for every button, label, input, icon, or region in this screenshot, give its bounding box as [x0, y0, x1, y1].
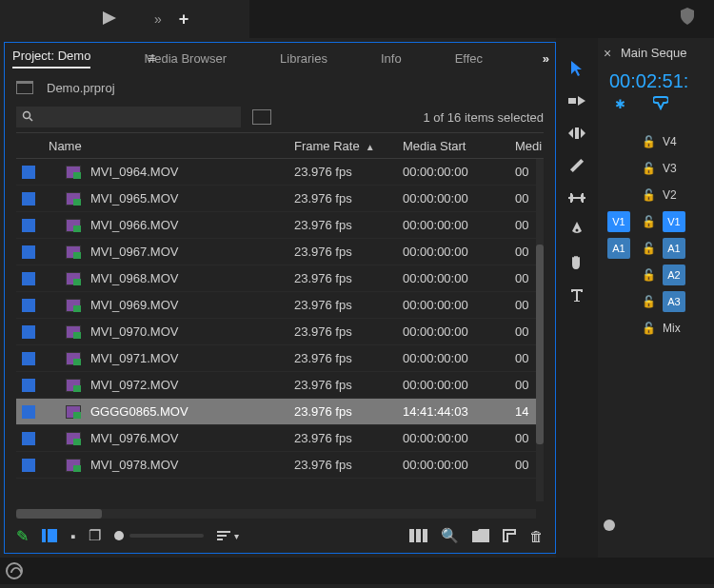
clip-icon — [66, 352, 81, 365]
slip-tool-icon[interactable] — [567, 188, 586, 207]
automate-to-sequence-icon[interactable] — [409, 529, 427, 542]
track-v2[interactable]: 🔓V2 — [607, 183, 714, 207]
tab-effects[interactable]: Effec — [455, 51, 483, 66]
timecode[interactable]: 00:02:51: — [609, 70, 688, 92]
lock-icon[interactable]: 🔓 — [642, 188, 655, 202]
row-checkbox[interactable] — [22, 166, 35, 179]
row-checkbox[interactable] — [22, 245, 35, 259]
horizontal-scrollbar[interactable] — [16, 509, 536, 519]
track-a3[interactable]: 🔓A3 — [607, 289, 714, 314]
track-v4[interactable]: 🔓V4 — [607, 129, 714, 154]
write-mode-icon[interactable]: ✎ — [16, 527, 29, 545]
type-tool-icon[interactable] — [567, 285, 586, 304]
new-bin-icon[interactable] — [472, 529, 489, 542]
step-forward-icon[interactable]: » — [154, 11, 162, 27]
tab-media-browser[interactable]: Media Browser — [144, 51, 227, 66]
lock-icon[interactable]: 🔓 — [642, 135, 655, 148]
ripple-edit-tool-icon[interactable] — [567, 124, 586, 143]
row-checkbox[interactable] — [22, 272, 35, 285]
track-v1[interactable]: V1🔓V1 — [607, 209, 714, 234]
timeline-zoom-handle[interactable] — [604, 519, 615, 531]
svg-rect-4 — [568, 98, 576, 104]
panel-overflow-icon[interactable]: » — [543, 51, 549, 66]
track-mix[interactable]: 🔓Mix — [607, 316, 714, 341]
clip-start: 00:00:00:00 — [403, 378, 515, 392]
row-checkbox[interactable] — [22, 192, 35, 206]
panel-menu-icon[interactable]: ≡ — [148, 50, 155, 66]
table-row[interactable]: MVI_0968.MOV23.976 fps00:00:00:0000 — [16, 265, 544, 292]
selection-tool-icon[interactable] — [567, 59, 586, 78]
target-a3[interactable]: A3 — [663, 291, 685, 312]
row-checkbox[interactable] — [22, 299, 35, 312]
tab-info[interactable]: Info — [381, 51, 402, 66]
tab-libraries[interactable]: Libraries — [280, 51, 327, 66]
table-row[interactable]: MVI_0978.MOV23.976 fps00:00:00:0000 — [16, 452, 544, 479]
row-checkbox[interactable] — [22, 352, 35, 365]
new-item-icon[interactable] — [503, 529, 516, 542]
table-row[interactable]: MVI_0971.MOV23.976 fps00:00:00:0000 — [16, 345, 544, 372]
table-row[interactable]: MVI_0967.MOV23.976 fps00:00:00:0000 — [16, 239, 544, 265]
target-a2[interactable]: A2 — [663, 265, 685, 285]
new-search-bin-icon[interactable] — [252, 109, 271, 125]
col-media-end[interactable]: Medi — [515, 139, 544, 153]
track-a2[interactable]: 🔓A2 — [607, 263, 714, 287]
icon-view-icon[interactable]: ▪ — [70, 528, 75, 544]
find-icon[interactable]: 🔍 — [441, 527, 459, 544]
hand-tool-icon[interactable] — [567, 253, 586, 272]
col-name[interactable]: Name — [43, 139, 294, 153]
row-checkbox[interactable] — [22, 405, 35, 419]
lock-icon[interactable]: 🔓 — [642, 215, 655, 228]
list-view-icon[interactable] — [42, 529, 57, 542]
row-checkbox[interactable] — [22, 459, 35, 472]
trash-icon[interactable]: 🗑 — [529, 528, 544, 544]
vertical-scrollbar[interactable] — [536, 159, 544, 501]
col-frame-rate[interactable]: Frame Rate▲ — [294, 139, 403, 153]
sequence-tab[interactable]: Main Seque — [621, 46, 686, 60]
track-select-tool-icon[interactable] — [567, 91, 586, 110]
pen-tool-icon[interactable] — [567, 221, 586, 240]
row-checkbox[interactable] — [22, 325, 35, 339]
table-row[interactable]: MVI_0969.MOV23.976 fps00:00:00:0000 — [16, 292, 544, 319]
rate-stretch-tool-icon[interactable] — [567, 156, 586, 175]
tab-project[interactable]: Project: Demo — [12, 49, 90, 69]
lock-icon[interactable]: 🔓 — [642, 322, 655, 335]
col-media-start[interactable]: Media Start — [403, 139, 515, 153]
target-v1[interactable]: V1 — [663, 211, 685, 232]
table-row[interactable]: MVI_0972.MOV23.976 fps00:00:00:0000 — [16, 372, 544, 399]
track-a1[interactable]: A1🔓A1 — [607, 236, 714, 261]
close-icon[interactable]: × — [604, 46, 611, 61]
lock-icon[interactable]: 🔓 — [642, 268, 655, 282]
scroll-thumb[interactable] — [16, 509, 102, 519]
clip-name: MVI_0971.MOV — [90, 351, 294, 365]
sort-menu[interactable]: ▾ — [217, 531, 239, 541]
source-a1[interactable]: A1 — [607, 238, 630, 259]
search-input-wrap[interactable] — [16, 107, 241, 127]
clip-name: MVI_0978.MOV — [90, 458, 294, 472]
play-icon[interactable] — [103, 11, 116, 28]
zoom-handle[interactable] — [114, 531, 124, 540]
table-row[interactable]: MVI_0970.MOV23.976 fps00:00:00:0000 — [16, 319, 544, 345]
search-input[interactable] — [33, 110, 235, 124]
table-row[interactable]: MVI_0965.MOV23.976 fps00:00:00:0000 — [16, 186, 544, 212]
lock-icon[interactable]: 🔓 — [642, 242, 655, 255]
source-v1[interactable]: V1 — [607, 211, 630, 232]
row-checkbox[interactable] — [22, 379, 35, 392]
zoom-slider[interactable] — [114, 531, 204, 540]
table-row[interactable]: MVI_0964.MOV23.976 fps00:00:00:0000 — [16, 159, 544, 186]
row-checkbox[interactable] — [22, 432, 35, 445]
table-row[interactable]: MVI_0976.MOV23.976 fps00:00:00:0000 — [16, 425, 544, 452]
lock-icon[interactable]: 🔓 — [642, 295, 655, 308]
table-row[interactable]: GGGG0865.MOV23.976 fps14:41:44:0314 — [16, 399, 544, 425]
add-marker-icon[interactable]: + — [179, 10, 189, 29]
source-placeholder — [249, 0, 714, 38]
lock-icon[interactable]: 🔓 — [642, 162, 655, 175]
creative-cloud-icon[interactable] — [6, 562, 23, 579]
row-checkbox[interactable] — [22, 219, 35, 232]
scroll-thumb[interactable] — [536, 245, 544, 444]
marker-icon[interactable] — [653, 95, 668, 113]
track-v3[interactable]: 🔓V3 — [607, 156, 714, 181]
freeform-view-icon[interactable]: ❐ — [89, 527, 101, 544]
table-row[interactable]: MVI_0966.MOV23.976 fps00:00:00:0000 — [16, 212, 544, 239]
snap-icon[interactable]: ✱ — [615, 97, 625, 111]
target-a1[interactable]: A1 — [663, 238, 685, 259]
